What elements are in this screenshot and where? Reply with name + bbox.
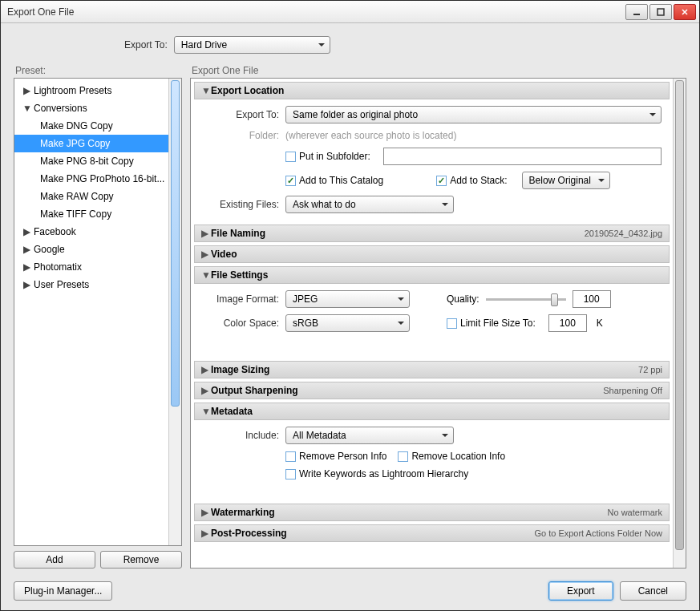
preset-make-jpg[interactable]: Make JPG Copy [14, 135, 168, 152]
chevron-right-icon: ▶ [201, 364, 211, 375]
quality-value[interactable]: 100 [573, 290, 611, 308]
export-to-folder-dropdown[interactable]: Same folder as original photo [285, 106, 662, 123]
section-file-naming-header[interactable]: ▶ File Naming 20190524_0432.jpg [194, 225, 670, 242]
scrollbar-thumb[interactable] [171, 80, 180, 407]
columns: Preset: ▶Lightroom Presets ▼Conversions … [14, 63, 686, 569]
section-export-location-header[interactable]: ▼ Export Location [194, 82, 670, 99]
include-label: Include: [202, 430, 279, 441]
close-button[interactable] [674, 4, 696, 20]
export-to-row: Export To: Hard Drive [14, 31, 686, 57]
settings-header: Export One File [190, 63, 686, 78]
preset-facebook[interactable]: ▶Facebook [14, 223, 168, 241]
section-file-settings-body: Image Format: JPEG Quality: 100 Color Sp… [194, 284, 670, 340]
preset-lightroom[interactable]: ▶Lightroom Presets [14, 82, 168, 99]
checkbox-checked-icon [285, 176, 296, 186]
section-metadata-header[interactable]: ▼ Metadata [194, 403, 670, 420]
add-catalog-checkbox[interactable]: Add to This Catalog [285, 175, 383, 186]
remove-preset-button[interactable]: Remove [100, 551, 182, 569]
image-sizing-summary: 72 ppi [638, 365, 662, 374]
settings-scrollbar[interactable] [673, 79, 686, 568]
section-image-sizing-header[interactable]: ▶ Image Sizing 72 ppi [194, 361, 670, 378]
preset-buttons: Add Remove [14, 551, 182, 569]
export-to-label: Export To: [124, 39, 168, 51]
section-output-sharpening-header[interactable]: ▶ Output Sharpening Sharpening Off [194, 382, 670, 399]
svg-rect-1 [658, 9, 664, 15]
preset-panel: Preset: ▶Lightroom Presets ▼Conversions … [14, 63, 182, 569]
remove-location-checkbox[interactable]: Remove Location Info [398, 451, 505, 462]
color-space-dropdown[interactable]: sRGB [285, 314, 410, 332]
chevron-right-icon: ▶ [22, 244, 30, 255]
cancel-button[interactable]: Cancel [620, 581, 686, 601]
existing-files-dropdown[interactable]: Ask what to do [285, 196, 454, 213]
checkbox-icon [285, 469, 296, 479]
export-to-dropdown[interactable]: Hard Drive [174, 36, 330, 54]
chevron-right-icon: ▶ [201, 385, 211, 396]
color-space-label: Color Space: [202, 318, 279, 329]
chevron-right-icon: ▶ [22, 261, 30, 273]
preset-tree[interactable]: ▶Lightroom Presets ▼Conversions Make DNG… [14, 79, 168, 545]
section-post-processing-header[interactable]: ▶ Post-Processing Go to Export Actions F… [194, 524, 670, 542]
section-file-settings-header[interactable]: ▼ File Settings [194, 266, 670, 284]
chevron-right-icon: ▶ [201, 507, 211, 518]
maximize-button[interactable] [649, 4, 672, 20]
stack-order-dropdown[interactable]: Below Original [522, 172, 610, 189]
preset-scrollbar[interactable] [168, 79, 181, 545]
chevron-right-icon: ▶ [22, 279, 30, 290]
write-keywords-checkbox[interactable]: Write Keywords as Lightroom Hierarchy [285, 468, 468, 479]
chevron-down-icon: ▼ [201, 269, 211, 281]
chevron-down-icon: ▼ [201, 85, 211, 96]
section-watermarking-header[interactable]: ▶ Watermarking No watermark [194, 504, 670, 521]
chevron-right-icon: ▶ [22, 85, 30, 96]
preset-make-raw[interactable]: Make RAW Copy [14, 188, 168, 205]
section-metadata-body: Include: All Metadata Remove Person Info… [194, 420, 670, 488]
preset-google[interactable]: ▶Google [14, 241, 168, 258]
chevron-down-icon: ▼ [201, 406, 211, 417]
checkbox-icon [285, 451, 296, 462]
preset-make-tiff[interactable]: Make TIFF Copy [14, 205, 168, 223]
include-dropdown[interactable]: All Metadata [285, 427, 454, 444]
export-dialog: Export One File Export To: Hard Drive Pr… [0, 0, 700, 611]
image-format-label: Image Format: [202, 293, 279, 305]
dialog-content: Export To: Hard Drive Preset: ▶Lightroom… [1, 23, 699, 610]
preset-conversions[interactable]: ▼Conversions [14, 99, 168, 117]
checkbox-icon [447, 318, 457, 329]
image-format-dropdown[interactable]: JPEG [285, 290, 410, 308]
preset-make-png-prophoto[interactable]: Make PNG ProPhoto 16-bit... [14, 170, 168, 188]
add-preset-button[interactable]: Add [14, 551, 95, 569]
folder-label: Folder: [202, 130, 279, 141]
post-processing-summary: Go to Export Actions Folder Now [534, 528, 662, 538]
subfolder-checkbox[interactable]: Put in Subfolder: [285, 151, 370, 162]
remove-person-checkbox[interactable]: Remove Person Info [285, 451, 386, 462]
chevron-right-icon: ▶ [201, 228, 211, 239]
svg-rect-0 [633, 14, 640, 15]
subfolder-input[interactable] [383, 148, 662, 165]
section-export-location-body: Export To: Same folder as original photo… [194, 99, 670, 221]
plugin-manager-button[interactable]: Plug-in Manager... [14, 581, 112, 601]
output-sharpening-summary: Sharpening Off [603, 386, 662, 395]
titlebar: Export One File [1, 1, 699, 23]
preset-make-dng[interactable]: Make DNG Copy [14, 117, 168, 135]
preset-photomatix[interactable]: ▶Photomatix [14, 258, 168, 276]
export-button[interactable]: Export [548, 581, 613, 601]
quality-slider[interactable] [486, 290, 566, 308]
add-stack-checkbox[interactable]: Add to Stack: [436, 175, 507, 186]
watermarking-summary: No watermark [608, 508, 662, 517]
slider-thumb[interactable] [551, 293, 558, 306]
checkbox-icon [398, 451, 408, 462]
section-video-header[interactable]: ▶ Video [194, 245, 670, 263]
window-title: Export One File [7, 6, 625, 18]
dialog-footer: Plug-in Manager... Export Cancel [14, 575, 686, 601]
limit-unit: K [597, 318, 603, 329]
export-to-label: Export To: [202, 109, 279, 120]
preset-make-png8[interactable]: Make PNG 8-bit Copy [14, 152, 168, 170]
preset-user-presets[interactable]: ▶User Presets [14, 276, 168, 293]
limit-filesize-value[interactable]: 100 [548, 314, 587, 332]
scrollbar-thumb[interactable] [675, 80, 684, 550]
minimize-button[interactable] [625, 4, 648, 20]
settings-scroll: ▼ Export Location Export To: Same folder… [191, 79, 673, 568]
preset-header: Preset: [14, 63, 182, 78]
preset-tree-container: ▶Lightroom Presets ▼Conversions Make DNG… [14, 78, 182, 546]
chevron-right-icon: ▶ [201, 249, 211, 260]
window-buttons [625, 4, 696, 20]
limit-filesize-checkbox[interactable]: Limit File Size To: [447, 318, 536, 329]
